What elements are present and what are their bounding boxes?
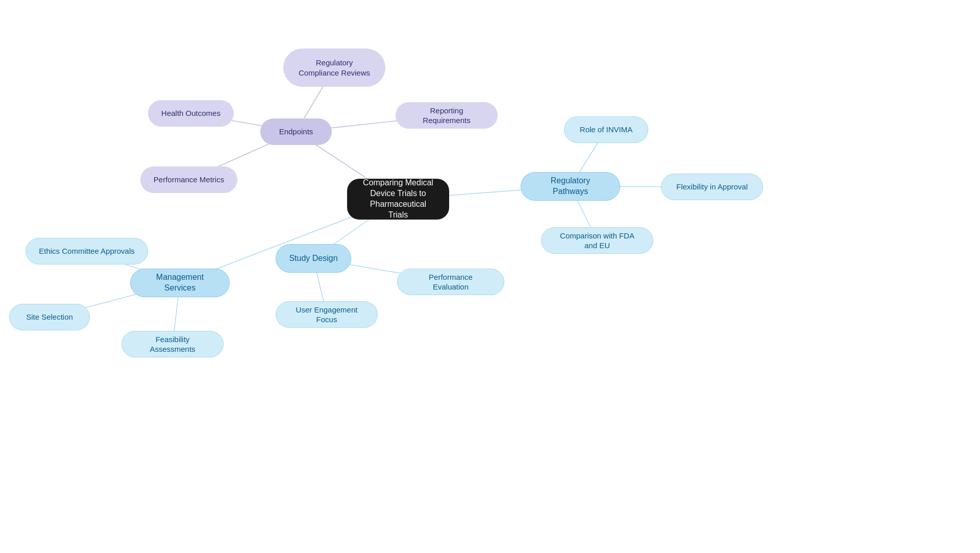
management-services-label: Management Services [143,272,217,294]
feasibility-assessments-node[interactable]: Feasibility Assessments [121,331,224,357]
performance-metrics-node[interactable]: Performance Metrics [140,166,237,193]
regulatory-compliance-node[interactable]: Regulatory Compliance Reviews [283,49,385,87]
performance-evaluation-node[interactable]: Performance Evaluation [397,269,504,295]
health-outcomes-label: Health Outcomes [161,108,220,118]
ethics-committee-label: Ethics Committee Approvals [39,246,135,256]
user-engagement-node[interactable]: User Engagement Focus [276,301,378,328]
reporting-requirements-label: Reporting Requirements [408,106,485,126]
regulatory-pathways-node[interactable]: Regulatory Pathways [521,172,620,201]
site-selection-label: Site Selection [26,312,73,322]
health-outcomes-node[interactable]: Health Outcomes [148,100,234,127]
center-label: Comparing Medical Device Trials to Pharm… [359,178,437,220]
site-selection-node[interactable]: Site Selection [9,304,90,330]
study-design-node[interactable]: Study Design [276,244,351,273]
feasibility-assessments-label: Feasibility Assessments [134,334,211,354]
study-design-label: Study Design [289,253,337,264]
regulatory-pathways-label: Regulatory Pathways [533,176,607,197]
flexibility-approval-label: Flexibility in Approval [676,182,748,192]
reporting-requirements-node[interactable]: Reporting Requirements [396,102,498,129]
user-engagement-label: User Engagement Focus [288,305,365,325]
center-node[interactable]: Comparing Medical Device Trials to Pharm… [347,179,449,220]
endpoints-node[interactable]: Endpoints [260,118,332,145]
mindmap-container: Comparing Medical Device Trials to Pharm… [0,0,980,553]
performance-evaluation-label: Performance Evaluation [410,272,492,292]
endpoints-label: Endpoints [279,127,313,137]
flexibility-approval-node[interactable]: Flexibility in Approval [661,174,763,200]
comparison-fda-node[interactable]: Comparison with FDA and EU [541,227,653,254]
ethics-committee-node[interactable]: Ethics Committee Approvals [26,238,148,265]
performance-metrics-label: Performance Metrics [154,175,224,185]
regulatory-compliance-label: Regulatory Compliance Reviews [296,58,373,78]
role-invima-label: Role of INVIMA [580,125,632,135]
role-invima-node[interactable]: Role of INVIMA [564,116,648,143]
management-services-node[interactable]: Management Services [130,269,230,297]
comparison-fda-label: Comparison with FDA and EU [554,231,641,251]
